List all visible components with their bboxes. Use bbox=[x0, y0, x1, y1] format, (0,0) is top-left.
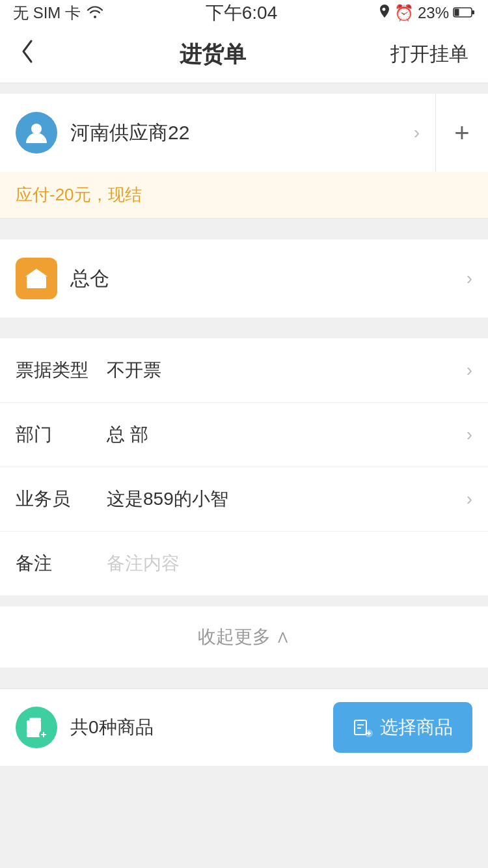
warehouse-icon bbox=[16, 258, 57, 299]
status-bar: 无 SIM 卡 下午6:04 ⏰ 23% bbox=[0, 0, 488, 26]
product-count-text: 共0种商品 bbox=[70, 715, 333, 740]
warehouse-row[interactable]: 总仓 › bbox=[0, 239, 488, 318]
supplier-avatar bbox=[16, 112, 57, 154]
add-supplier-button[interactable]: + bbox=[436, 100, 488, 166]
remark-row[interactable]: 备注 备注内容 bbox=[0, 532, 488, 595]
warehouse-chevron-icon: › bbox=[467, 268, 472, 289]
form-section: 票据类型 不开票 › 部门 总 部 › 业务员 这是859的小智 › 备注 备注… bbox=[0, 338, 488, 595]
invoice-type-row[interactable]: 票据类型 不开票 › bbox=[0, 338, 488, 403]
department-chevron-icon: › bbox=[467, 424, 472, 445]
svg-rect-6 bbox=[27, 720, 41, 737]
page-title: 进货单 bbox=[180, 40, 246, 70]
warehouse-name: 总仓 bbox=[70, 265, 460, 292]
invoice-type-value: 不开票 bbox=[94, 358, 460, 383]
warehouse-section: 总仓 › bbox=[0, 239, 488, 318]
section-gap-1 bbox=[0, 83, 488, 94]
no-sim-text: 无 SIM 卡 bbox=[13, 3, 81, 23]
status-left: 无 SIM 卡 bbox=[13, 3, 104, 23]
status-time: 下午6:04 bbox=[206, 1, 278, 25]
section-gap-3 bbox=[0, 318, 488, 328]
select-product-icon bbox=[353, 717, 373, 738]
section-gap-4 bbox=[0, 668, 488, 678]
salesperson-value: 这是859的小智 bbox=[94, 487, 460, 511]
collapse-button[interactable]: 收起更多 ∧ bbox=[198, 625, 291, 649]
supplier-row[interactable]: 河南供应商22 › bbox=[0, 94, 436, 172]
back-button[interactable] bbox=[20, 38, 35, 70]
notice-banner: 应付-20元，现结 bbox=[0, 172, 488, 219]
open-pending-button[interactable]: 打开挂单 bbox=[390, 41, 468, 68]
battery-icon bbox=[453, 4, 475, 22]
section-gap-2 bbox=[0, 219, 488, 229]
notice-text: 应付-20元，现结 bbox=[16, 185, 142, 204]
department-value: 总 部 bbox=[94, 422, 460, 447]
salesperson-row[interactable]: 业务员 这是859的小智 › bbox=[0, 467, 488, 532]
invoice-type-label: 票据类型 bbox=[16, 358, 94, 383]
select-product-label: 选择商品 bbox=[380, 715, 453, 740]
alarm-icon: ⏰ bbox=[394, 4, 414, 22]
page-background bbox=[0, 766, 488, 868]
bottom-bar: 共0种商品 选择商品 bbox=[0, 688, 488, 766]
svg-rect-1 bbox=[472, 10, 474, 14]
supplier-name: 河南供应商22 bbox=[70, 120, 407, 146]
collapse-row[interactable]: 收起更多 ∧ bbox=[0, 606, 488, 668]
select-product-button[interactable]: 选择商品 bbox=[333, 702, 472, 753]
department-row[interactable]: 部门 总 部 › bbox=[0, 403, 488, 467]
salesperson-label: 业务员 bbox=[16, 487, 94, 511]
battery-percent: 23% bbox=[418, 4, 449, 22]
remark-input[interactable]: 备注内容 bbox=[94, 551, 472, 576]
wifi-icon bbox=[86, 4, 104, 22]
invoice-type-chevron-icon: › bbox=[467, 360, 472, 381]
nav-bar: 进货单 打开挂单 bbox=[0, 26, 488, 83]
supplier-section: 河南供应商22 › + bbox=[0, 94, 488, 172]
remark-label: 备注 bbox=[16, 551, 94, 576]
product-icon bbox=[16, 707, 57, 748]
location-icon bbox=[379, 4, 390, 22]
svg-rect-5 bbox=[33, 280, 40, 288]
supplier-chevron-icon: › bbox=[414, 122, 420, 143]
status-right: ⏰ 23% bbox=[379, 4, 475, 22]
svg-rect-2 bbox=[455, 9, 459, 16]
department-label: 部门 bbox=[16, 422, 94, 447]
svg-point-3 bbox=[31, 124, 42, 134]
salesperson-chevron-icon: › bbox=[467, 489, 472, 509]
